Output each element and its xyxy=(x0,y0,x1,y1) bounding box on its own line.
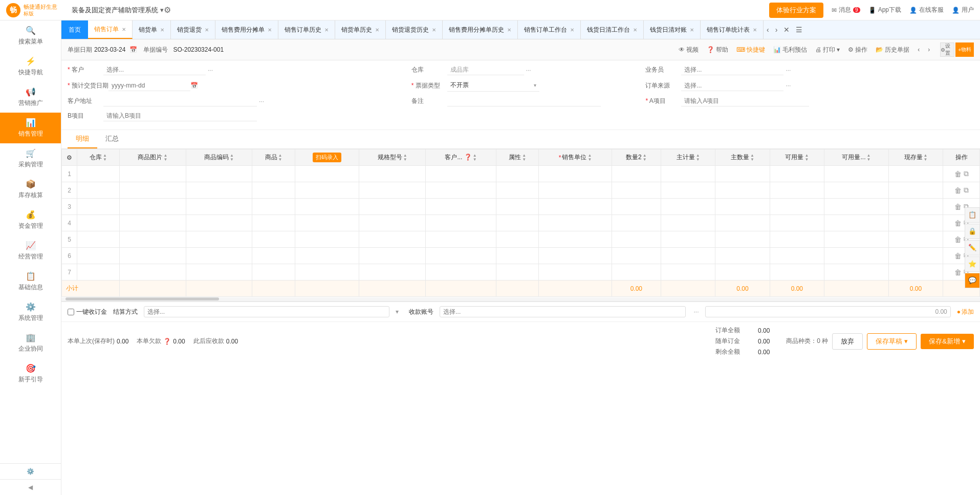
warehouse-input[interactable] xyxy=(447,64,524,75)
profit-btn[interactable]: 📊 毛利预估 xyxy=(771,45,809,55)
row-main-qty[interactable] xyxy=(715,166,770,182)
sidebar-item-guide[interactable]: 🎯 新手引导 xyxy=(0,358,61,389)
row-code[interactable] xyxy=(186,166,252,182)
tab-close-sales-expense[interactable]: ✕ xyxy=(268,27,272,33)
table-scroll-thumb[interactable] xyxy=(66,297,219,300)
sidebar-item-quicknav[interactable]: ⚡ 快捷导航 xyxy=(0,51,61,82)
tab-daily-workbench[interactable]: 钱货日清工作台 ✕ xyxy=(581,20,644,39)
row-main-unit[interactable] xyxy=(661,166,715,182)
history-btn[interactable]: 📂 历史单据 xyxy=(874,45,911,55)
one-key-checkbox[interactable] xyxy=(68,309,74,315)
add-payment-btn[interactable]: ● 添加 xyxy=(957,308,974,316)
detail-tab-detail[interactable]: 明细 xyxy=(68,130,97,148)
discard-btn[interactable]: 放弃 xyxy=(832,333,863,350)
th-settings[interactable]: ⚙ xyxy=(62,149,77,166)
warehouse-more-btn[interactable]: ··· xyxy=(526,67,531,74)
shortcut-btn[interactable]: ⌨ 快捷键 xyxy=(734,45,767,55)
app-download-action[interactable]: 📱 App下载 xyxy=(868,6,901,14)
save-new-btn[interactable]: 保存&新增 ▾ xyxy=(921,334,974,349)
customer-address-input[interactable] xyxy=(103,96,257,106)
row-delete-btn[interactable]: 🗑 xyxy=(954,170,962,178)
sidebar-item-system[interactable]: ⚙️ 系统管理 xyxy=(0,297,61,328)
row-customer-code[interactable] xyxy=(426,166,496,182)
tab-close-expense-history[interactable]: ✕ xyxy=(507,27,511,33)
print-btn[interactable]: 🖨 打印 ▾ xyxy=(813,45,842,55)
detail-tab-summary[interactable]: 汇总 xyxy=(97,130,127,148)
float-star-btn[interactable]: ⭐ xyxy=(965,256,980,272)
th-qty2[interactable]: 数量2▲▼ xyxy=(612,149,661,166)
th-available2[interactable]: 可用量...▲▼ xyxy=(824,149,889,166)
row-warehouse[interactable] xyxy=(77,166,120,182)
account-input[interactable] xyxy=(440,306,685,317)
print-dropdown-icon[interactable]: ▾ xyxy=(837,46,840,53)
th-code[interactable]: 商品编码▲▼ xyxy=(186,149,252,166)
row-attribute[interactable] xyxy=(496,166,539,182)
th-spec[interactable]: 规格型号▲▼ xyxy=(359,149,426,166)
row-delete-btn[interactable]: 🗑 xyxy=(954,186,962,195)
tab-close-daily-workbench[interactable]: ✕ xyxy=(633,27,637,33)
row-current[interactable] xyxy=(888,166,943,182)
save-draft-dropdown-icon[interactable]: ▾ xyxy=(904,337,908,345)
row-copy-btn[interactable]: ⧉ xyxy=(964,169,969,178)
sidebar-item-enterprise[interactable]: 🏢 企业协同 xyxy=(0,328,61,358)
tab-sales-stats[interactable]: 销售订单统计表 ✕ xyxy=(701,20,764,39)
tab-close-order-workbench[interactable]: ✕ xyxy=(570,27,574,33)
float-lock-btn[interactable]: 🔒 xyxy=(965,224,980,239)
row-qty2[interactable] xyxy=(612,166,661,182)
tab-close-daily-account[interactable]: ✕ xyxy=(690,27,694,33)
table-scroll-bar[interactable] xyxy=(61,297,980,302)
b-project-input[interactable] xyxy=(103,111,257,121)
th-image[interactable]: 商品图片▲▼ xyxy=(120,149,186,166)
th-warehouse[interactable]: 仓库▲▼ xyxy=(77,149,120,166)
sidebar-collapse-btn[interactable]: ◀ xyxy=(0,479,61,495)
delivery-calendar-icon[interactable]: 📅 xyxy=(190,82,198,89)
save-new-dropdown-icon[interactable]: ▾ xyxy=(962,337,966,345)
customer-input[interactable] xyxy=(103,64,206,75)
view-btn[interactable]: 👁 视频 xyxy=(677,45,701,55)
row-spec[interactable] xyxy=(359,166,426,182)
tab-daily-account[interactable]: 钱货日清对账 ✕ xyxy=(644,20,701,39)
row-delete-btn[interactable]: 🗑 xyxy=(954,203,962,211)
nav-prev-btn[interactable]: ‹ xyxy=(916,45,922,54)
sidebar-item-operation[interactable]: 📈 经营管理 xyxy=(0,235,61,266)
th-main-unit[interactable]: 主计量▲▼ xyxy=(661,149,715,166)
tab-close-all-btn[interactable]: ✕ xyxy=(780,20,793,39)
tab-order-workbench[interactable]: 销售订单工作台 ✕ xyxy=(518,20,581,39)
staff-input[interactable] xyxy=(681,64,783,75)
tab-sales-order[interactable]: 销售订单 ✕ xyxy=(88,20,133,39)
row-copy-btn[interactable]: ⧉ xyxy=(964,186,969,195)
system-dropdown-btn[interactable]: ▾ xyxy=(160,6,164,14)
row-delete-btn[interactable]: 🗑 xyxy=(954,219,962,227)
payment-amount[interactable] xyxy=(705,306,951,317)
tab-close-goods-history[interactable]: ✕ xyxy=(375,27,379,33)
row-image[interactable] xyxy=(120,166,186,182)
tab-close-sales-order[interactable]: ✕ xyxy=(122,27,126,32)
row-unit[interactable] xyxy=(539,166,612,182)
system-settings-icon[interactable]: ⚙ xyxy=(164,5,171,15)
sidebar-item-marketing[interactable]: 📢 营销推广 xyxy=(0,82,61,113)
calendar-icon[interactable]: 📅 xyxy=(129,46,137,53)
remark-input[interactable] xyxy=(447,96,601,106)
row-available2[interactable] xyxy=(824,166,889,182)
th-unit[interactable]: * 销售单位▲▼ xyxy=(539,149,612,166)
sidebar-item-basic[interactable]: 📋 基础信息 xyxy=(0,266,61,297)
tab-home[interactable]: 首页 xyxy=(61,20,88,39)
sidebar-settings-btn[interactable]: ⚙️ xyxy=(0,464,61,479)
sidebar-item-purchase[interactable]: 🛒 采购管理 xyxy=(0,143,61,174)
th-main-qty[interactable]: 主数量▲▼ xyxy=(715,149,770,166)
nav-next-btn[interactable]: › xyxy=(926,45,932,54)
message-action[interactable]: ✉ 消息 9 xyxy=(832,6,860,14)
settings-float-btn[interactable]: ⚙ 设置 xyxy=(940,42,954,57)
tab-goods-history[interactable]: 销货单历史 ✕ xyxy=(335,20,386,39)
staff-more-btn[interactable]: ··· xyxy=(786,67,791,74)
th-current[interactable]: 现存量▲▼ xyxy=(888,149,943,166)
tab-close-sales-stats[interactable]: ✕ xyxy=(753,27,757,33)
address-more-btn[interactable]: ··· xyxy=(259,98,264,105)
user-action[interactable]: 👤 用户 xyxy=(952,6,974,14)
sidebar-item-finance[interactable]: 💰 资金管理 xyxy=(0,205,61,235)
tab-close-sales-goods[interactable]: ✕ xyxy=(160,27,164,33)
sidebar-item-inventory[interactable]: 📦 库存核算 xyxy=(0,174,61,205)
settle-dropdown-icon[interactable]: ▾ xyxy=(396,308,399,315)
customer-more-btn[interactable]: ··· xyxy=(208,67,213,74)
float-edit-btn[interactable]: ✏️ xyxy=(965,240,980,255)
